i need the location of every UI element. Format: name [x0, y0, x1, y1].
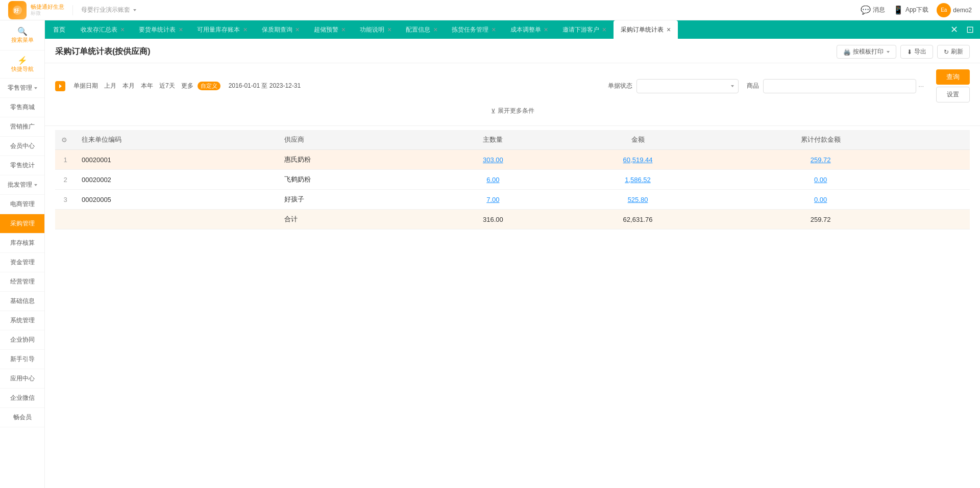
- sidebar-item-system[interactable]: 系统管理: [0, 311, 44, 330]
- sidebar-item-retail[interactable]: 零售管理: [0, 79, 44, 98]
- sidebar-item-appcenter[interactable]: 应用中心: [0, 369, 44, 389]
- table-container: ⚙ 往来单位编码 供应商 主数量 金额 累计付款金额 1: [45, 130, 980, 240]
- date-range-text: 2016-01-01 至 2023-12-31: [229, 82, 301, 90]
- sidebar-item-quicknav[interactable]: ⚡ 快捷导航: [0, 50, 44, 79]
- sidebar-item-finance[interactable]: 资金管理: [0, 253, 44, 272]
- tab-close-peizhi[interactable]: ×: [433, 25, 437, 34]
- sidebar-item-wechat[interactable]: 企业微信: [0, 389, 44, 408]
- main-layout: 🔍 搜索菜单 ⚡ 快捷导航 零售管理 零售商城 营销推广 会员中心 零售统计 批…: [0, 20, 980, 488]
- tab-close-yaohuo[interactable]: ×: [179, 25, 183, 34]
- tab-baozhi[interactable]: 保质期查询 ×: [255, 20, 307, 39]
- sidebar-item-retail-stats[interactable]: 零售统计: [0, 156, 44, 175]
- expand-more-button[interactable]: ⊻ 展开更多条件: [55, 102, 970, 119]
- tab-close-pihuo[interactable]: ×: [492, 25, 496, 34]
- tab-maximize[interactable]: ⊡: [964, 22, 976, 37]
- sidebar-item-enterprise[interactable]: 企业协同: [0, 330, 44, 350]
- tab-bar: 首页 收发存汇总表 × 要货单统计表 × 可用量库存账本 × 保质期查询 × 超…: [45, 20, 980, 39]
- status-select[interactable]: [636, 79, 739, 93]
- col-settings[interactable]: ⚙: [55, 130, 76, 150]
- sidebar-item-basic[interactable]: 基础信息: [0, 292, 44, 311]
- sidebar-item-inventory[interactable]: 库存核算: [0, 234, 44, 253]
- app-download-button[interactable]: 📱 App下载: [893, 5, 928, 15]
- date-custom-badge[interactable]: 自定义: [198, 82, 220, 90]
- date-quick-buttons: 上月 本月 本年 近7天 更多 自定义: [102, 81, 220, 91]
- sidebar-item-vip[interactable]: 畅会员: [0, 408, 44, 427]
- tab-gongneng[interactable]: 功能说明 ×: [353, 20, 399, 39]
- sidebar-item-newguide[interactable]: 新手引导: [0, 350, 44, 369]
- query-button[interactable]: 查询: [936, 69, 970, 85]
- tab-close-chengben[interactable]: ×: [544, 25, 548, 34]
- goods-input[interactable]: [763, 79, 916, 93]
- tab-close-baozhi[interactable]: ×: [296, 25, 300, 34]
- col-supplier: 供应商: [278, 130, 429, 150]
- paid-3: 0.00: [719, 190, 922, 210]
- status-dropdown-icon: [731, 85, 734, 87]
- goods-more-icon[interactable]: ···: [918, 82, 924, 90]
- sidebar-item-member[interactable]: 会员中心: [0, 137, 44, 156]
- tab-chaochu[interactable]: 超储预警 ×: [307, 20, 353, 39]
- supplier-1: 惠氏奶粉: [278, 150, 429, 170]
- date-btn-7days[interactable]: 近7天: [157, 81, 177, 91]
- page-header: 采购订单统计表(按供应商) 🖨️ 按模板打印 ⬇ 导出 ↻ 刷新: [45, 39, 980, 63]
- settings-button[interactable]: 设置: [936, 87, 970, 102]
- export-icon: ⬇: [907, 48, 912, 56]
- footer-empty-2: [76, 210, 278, 229]
- goods-filter-item: 商品 ···: [747, 79, 924, 93]
- refresh-button[interactable]: ↻ 刷新: [937, 45, 970, 59]
- col-qty: 主数量: [430, 130, 556, 150]
- header-actions: 🖨️ 按模板打印 ⬇ 导出 ↻ 刷新: [837, 45, 970, 59]
- goods-filter-label: 商品: [747, 82, 759, 90]
- export-button[interactable]: ⬇ 导出: [900, 45, 933, 59]
- print-button[interactable]: 🖨️ 按模板打印: [837, 45, 896, 59]
- tab-close-yaoqing[interactable]: ×: [602, 25, 606, 34]
- tab-peizhi[interactable]: 配置信息 ×: [399, 20, 445, 39]
- tab-bar-right: ✕ ⊡: [948, 22, 980, 37]
- footer-label: 合计: [278, 210, 429, 229]
- date-btn-this-year[interactable]: 本年: [139, 81, 155, 91]
- extra-1: [922, 150, 970, 170]
- column-settings-icon[interactable]: ⚙: [61, 136, 67, 144]
- tab-pihuo[interactable]: 拣货任务管理 ×: [445, 20, 503, 39]
- table-row[interactable]: 1 00020001 惠氏奶粉 303.00 60,519.44 259.72: [55, 150, 970, 170]
- tab-chengben[interactable]: 成本调整单 ×: [503, 20, 555, 39]
- sidebar-item-marketing[interactable]: 营销推广: [0, 117, 44, 137]
- filter-toggle-button[interactable]: [55, 81, 65, 91]
- goods-input-wrapper: ···: [763, 79, 924, 93]
- tab-close-caigou[interactable]: ×: [667, 25, 671, 34]
- tab-home[interactable]: 首页: [45, 20, 74, 39]
- top-bar: 好 畅捷通好生意 标微 母婴行业演示账套 💬 消息 📱 App下载 Ea dem…: [0, 0, 980, 20]
- tab-close-chaochu[interactable]: ×: [341, 25, 346, 34]
- avatar: Ea: [937, 3, 951, 17]
- row-num-3: 3: [55, 190, 76, 210]
- tab-close-all[interactable]: ✕: [948, 22, 960, 37]
- tab-close-keyong[interactable]: ×: [243, 25, 247, 34]
- extra-3: [922, 190, 970, 210]
- breadcrumb: 母婴行业演示账套: [81, 6, 136, 14]
- user-menu[interactable]: Ea demo2: [937, 3, 972, 17]
- sidebar-item-wholesale[interactable]: 批发管理: [0, 175, 44, 195]
- sidebar-item-search[interactable]: 🔍 搜索菜单: [0, 20, 44, 50]
- table-row[interactable]: 2 00020002 飞鹤奶粉 6.00 1,586.52 0.00: [55, 170, 970, 190]
- date-range-display: 2016-01-01 至 2023-12-31: [229, 82, 301, 90]
- sidebar-item-purchase[interactable]: 采购管理: [0, 214, 44, 234]
- table-footer-row: 合计 316.00 62,631.76 259.72: [55, 210, 970, 229]
- expand-icon: ⊻: [491, 108, 496, 115]
- tab-keyong[interactable]: 可用量库存账本 ×: [190, 20, 254, 39]
- tab-shoufayihui[interactable]: 收发存汇总表 ×: [74, 20, 132, 39]
- sidebar-item-retail-mall[interactable]: 零售商城: [0, 98, 44, 117]
- tab-close-shoufayihui[interactable]: ×: [120, 25, 125, 34]
- date-btn-last-month[interactable]: 上月: [102, 81, 118, 91]
- content-area: 首页 收发存汇总表 × 要货单统计表 × 可用量库存账本 × 保质期查询 × 超…: [45, 20, 980, 488]
- sidebar-item-ecommerce[interactable]: 电商管理: [0, 195, 44, 214]
- tab-yaohuo[interactable]: 要货单统计表 ×: [132, 20, 190, 39]
- row-num-2: 2: [55, 170, 76, 190]
- tab-caigou[interactable]: 采购订单统计表 ×: [614, 20, 678, 39]
- tab-yaoqing[interactable]: 邀请下游客户 ×: [555, 20, 614, 39]
- table-row[interactable]: 3 00020005 好孩子 7.00 525.80 0.00: [55, 190, 970, 210]
- message-button[interactable]: 💬 消息: [861, 5, 885, 15]
- supplier-3: 好孩子: [278, 190, 429, 210]
- sidebar-item-operations[interactable]: 经营管理: [0, 272, 44, 292]
- tab-close-gongneng[interactable]: ×: [387, 25, 391, 34]
- date-btn-this-month[interactable]: 本月: [120, 81, 137, 91]
- date-btn-more[interactable]: 更多: [179, 81, 195, 91]
